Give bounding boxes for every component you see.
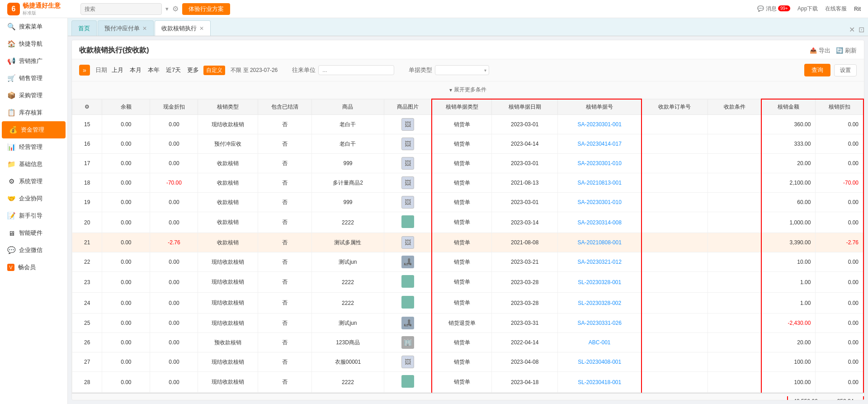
- cell-cancel-bill-no[interactable]: SA-20230314-008: [558, 212, 642, 233]
- sidebar-item-enterprise[interactable]: 🤝 企业协同: [0, 190, 67, 207]
- cell-cancel-bill-no[interactable]: SA-20210813-001: [558, 173, 642, 193]
- bill-no-link[interactable]: SA-20230414-017: [577, 141, 621, 147]
- cell-cancel-bill-no[interactable]: SA-20230301-001: [558, 115, 642, 134]
- bill-no-link[interactable]: SA-20230331-026: [577, 320, 621, 326]
- sidebar-label: 经营管理: [19, 143, 42, 151]
- cell-cancel-bill-no[interactable]: SA-20230301-010: [558, 154, 642, 173]
- sidebar-item-finance[interactable]: 💰 资金管理: [2, 121, 66, 138]
- sidebar-label: 销售管理: [19, 74, 42, 82]
- date-preset-last-month[interactable]: 上月: [110, 65, 125, 75]
- sidebar-item-inventory[interactable]: 📋 库存核算: [0, 104, 67, 121]
- sidebar-item-marketing[interactable]: 📢 营销推广: [0, 52, 67, 70]
- date-preset-7days[interactable]: 近7天: [164, 65, 183, 75]
- filter-date-group: 上月 本月 本年 近7天 更多 自定义: [110, 65, 225, 75]
- cell-receipt-order-no: [642, 173, 708, 193]
- cell-cancel-bill-type: 销货单: [432, 193, 492, 212]
- sidebar-item-sales[interactable]: 🛒 销售管理: [0, 70, 67, 87]
- bill-no-link[interactable]: SA-20230314-008: [577, 219, 621, 226]
- sidebar-item-purchase[interactable]: 📦 采购管理: [0, 87, 67, 104]
- date-custom-badge[interactable]: 自定义: [203, 66, 225, 75]
- bill-no-link[interactable]: SA-20230301-010: [577, 199, 621, 205]
- cell-receipt-order-no: [642, 272, 708, 293]
- sidebar-item-system[interactable]: ⚙ 系统管理: [0, 173, 67, 190]
- bill-no-link[interactable]: SL-20230418-001: [578, 379, 621, 385]
- refresh-button[interactable]: 🔄 刷新: [836, 47, 857, 55]
- top-bar: 6 畅捷通好生意 标准版 ▾ ⚙ 体验行业方案 💬 消息 99+ App下载 在…: [0, 0, 868, 18]
- cell-cancel-bill-no[interactable]: SA-20230414-017: [558, 134, 642, 154]
- cell-cancel-bill-no[interactable]: SA-20230301-010: [558, 193, 642, 212]
- bill-no-link[interactable]: SA-20230301-010: [577, 160, 621, 166]
- cell-cash-discount: -70.00: [150, 173, 198, 193]
- bill-no-link[interactable]: SA-20210808-001: [577, 239, 621, 246]
- online-service[interactable]: 在线客服: [825, 5, 847, 13]
- smart-hw-icon: 🖥: [7, 229, 15, 237]
- goods-img-blank: 🖼: [401, 118, 414, 131]
- tab-home[interactable]: 首页: [71, 20, 97, 36]
- bill-no-link[interactable]: ABC-001: [589, 339, 611, 346]
- top-bar-center: ▾ ⚙ 体验行业方案: [80, 3, 752, 15]
- sidebar-item-basic-info[interactable]: 📁 基础信息: [0, 156, 67, 173]
- search-input[interactable]: [80, 3, 162, 15]
- settings-icon[interactable]: ⚙: [172, 5, 179, 13]
- tab-prepay-close[interactable]: ✕: [142, 25, 147, 32]
- sidebar-item-wechat[interactable]: 💬 企业微信: [0, 242, 67, 259]
- cell-cancel-bill-no[interactable]: ABC-001: [558, 333, 642, 352]
- finance-icon: 💰: [9, 126, 17, 134]
- bill-no-link[interactable]: SL-20230328-002: [578, 300, 621, 306]
- table-body: 15 0.00 0.00 现结收款核销 否 老白干 🖼 销货单 2023-03-…: [72, 115, 864, 393]
- expand-more-button[interactable]: ▾ 展开更多条件: [449, 84, 486, 95]
- date-preset-more[interactable]: 更多: [185, 65, 201, 75]
- dropdown-icon[interactable]: ▾: [165, 5, 169, 12]
- bill-no-link[interactable]: SL-20230408-001: [578, 359, 621, 365]
- cell-balance: 0.00: [102, 233, 150, 252]
- messages-item[interactable]: 💬 消息 99+: [757, 5, 790, 13]
- app-download[interactable]: App下载: [797, 5, 818, 13]
- sidebar-item-smart-hw[interactable]: 🖥 智能硬件: [0, 224, 67, 242]
- bill-no-link[interactable]: SA-20210813-001: [577, 180, 621, 186]
- cell-goods-img: 🏞: [384, 252, 432, 272]
- sidebar-item-vip[interactable]: V 畅会员: [0, 259, 67, 276]
- tab-expand-icon[interactable]: ⊡: [859, 25, 864, 34]
- cell-cancel-bill-date: 2023-04-18: [492, 372, 558, 393]
- tab-prepay[interactable]: 预付冲应付单 ✕: [98, 20, 154, 36]
- tab-close-all-icon[interactable]: ✕: [849, 25, 855, 34]
- cell-seq: 17: [72, 154, 102, 173]
- user-name[interactable]: Rit: [854, 6, 861, 12]
- settings-button[interactable]: 设置: [834, 64, 857, 76]
- bill-no-link[interactable]: SL-20230328-001: [578, 279, 621, 285]
- cell-cancel-discount: 0.00: [816, 193, 863, 212]
- cell-seq: 15: [72, 115, 102, 134]
- tab-receipt-cancel-close[interactable]: ✕: [199, 25, 204, 32]
- cell-cancel-bill-no[interactable]: SL-20230328-002: [558, 293, 642, 314]
- bill-no-link[interactable]: SA-20230301-001: [577, 121, 621, 128]
- filter-expand-button[interactable]: »: [79, 65, 90, 76]
- cell-cancel-bill-no[interactable]: SA-20230331-026: [558, 314, 642, 333]
- date-preset-this-month[interactable]: 本月: [128, 65, 143, 75]
- industry-btn[interactable]: 体验行业方案: [182, 3, 230, 15]
- bill-no-link[interactable]: SA-20230321-012: [577, 259, 621, 265]
- cell-cash-discount: 0.00: [150, 134, 198, 154]
- table-header-row: ⚙ 余额 现金折扣 核销类型 包含已结清 商品 商品图片 核销单据类型 核销单据…: [72, 99, 864, 115]
- bill-type-select[interactable]: [435, 65, 489, 75]
- sidebar-item-guide[interactable]: 📝 新手引导: [0, 207, 67, 224]
- cell-cancel-bill-no[interactable]: SA-20230321-012: [558, 252, 642, 272]
- cell-cash-discount: 0.00: [150, 193, 198, 212]
- footer-cancel-amount-value: 40,556,66...: [793, 398, 822, 400]
- sidebar-item-quick-nav[interactable]: 🏠 快捷导航: [0, 35, 67, 52]
- export-button[interactable]: 📤 导出: [810, 47, 830, 55]
- cell-cancel-discount: -2.76: [816, 233, 863, 252]
- cell-cancel-bill-no[interactable]: SL-20230328-001: [558, 272, 642, 293]
- sidebar-item-search-menu[interactable]: 🔍 搜索菜单: [0, 18, 67, 35]
- partner-input[interactable]: [318, 65, 394, 75]
- cell-cancel-bill-no[interactable]: SL-20230418-001: [558, 372, 642, 393]
- query-button[interactable]: 查询: [804, 64, 830, 76]
- tab-receipt-cancel[interactable]: 收款核销执行 ✕: [155, 20, 211, 36]
- date-preset-this-year[interactable]: 本年: [146, 65, 161, 75]
- cell-cancel-bill-no[interactable]: SL-20230408-001: [558, 352, 642, 372]
- cell-cancel-bill-no[interactable]: SA-20210808-001: [558, 233, 642, 252]
- cell-balance: 0.00: [102, 154, 150, 173]
- cell-receipt-cond: [708, 233, 761, 252]
- table-row: 21 0.00 -2.76 收款核销 否 测试多属性 🖼 销货单 2021-08…: [72, 233, 864, 252]
- goods-img-color: [401, 215, 414, 228]
- sidebar-item-operations[interactable]: 📊 经营管理: [0, 138, 67, 156]
